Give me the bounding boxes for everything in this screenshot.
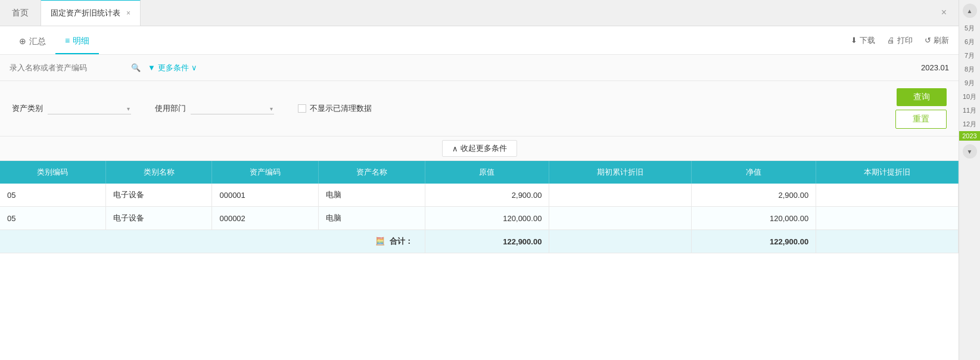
sidebar-nav-down[interactable]: ▼ [963, 141, 977, 162]
cell-original: 2,900.00 [425, 184, 549, 207]
date-indicator: 2023.01 [921, 63, 949, 72]
cell-accumulated [549, 184, 692, 207]
hide-cleared-checkbox[interactable] [298, 104, 306, 113]
cell-asset-name: 电脑 [318, 184, 425, 207]
download-button[interactable]: ⬇ 下载 [851, 35, 875, 46]
table-wrap: 类别编码 类别名称 资产编码 资产名称 原值 期初累计折旧 净值 本期计提折旧 … [0, 161, 959, 360]
sum-icon: 🧮 [375, 237, 385, 246]
scroll-up-button[interactable]: ▲ [963, 4, 977, 18]
hide-cleared-label: 不显示已清理数据 [310, 103, 372, 114]
collapse-icon: ∧ [452, 144, 458, 153]
cell-category-code: 05 [0, 184, 105, 207]
tab-summary-label: 汇总 [29, 28, 46, 54]
department-filter: 使用部门 [155, 103, 274, 114]
total-current [816, 230, 959, 253]
tab-close-icon[interactable]: × [126, 1, 130, 25]
tab-active[interactable]: 固定资产折旧统计表 × [41, 0, 141, 26]
asset-type-select-wrap [48, 103, 131, 114]
asset-type-label: 资产类别 [12, 103, 43, 114]
tab-home[interactable]: 首页 [0, 0, 41, 26]
sidebar-month-item[interactable]: 11月 [963, 104, 976, 117]
refresh-button[interactable]: ↺ 刷新 [925, 35, 949, 46]
tab-summary[interactable]: ⊕ 汇总 [10, 28, 55, 54]
download-label: 下载 [860, 35, 875, 46]
sidebar-months: 5月6月7月8月9月10月11月12月 [963, 21, 976, 131]
refresh-icon: ↺ [925, 36, 931, 45]
asset-type-filter: 资产类别 [12, 103, 131, 114]
cell-accumulated [549, 207, 692, 230]
filter-icon: ▼ [148, 63, 155, 72]
total-net: 122,900.00 [692, 230, 816, 253]
collapse-button[interactable]: ∧ 收起更多条件 [442, 140, 517, 157]
department-label: 使用部门 [155, 103, 186, 114]
department-select[interactable] [191, 103, 274, 114]
search-input[interactable] [10, 63, 129, 72]
sidebar-month-item[interactable]: 8月 [963, 63, 976, 76]
filter-actions: 查询 重置 [895, 88, 947, 129]
collapse-label: 收起更多条件 [461, 143, 507, 154]
cell-asset-code: 000001 [212, 184, 319, 207]
reset-button[interactable]: 重置 [895, 110, 947, 129]
cell-net: 2,900.00 [692, 184, 816, 207]
cell-current [816, 184, 959, 207]
sub-tabs: ⊕ 汇总 ≡ 明细 [10, 26, 99, 54]
col-header-accumulated: 期初累计折旧 [549, 161, 692, 184]
tab-detail[interactable]: ≡ 明细 [55, 28, 99, 54]
detail-icon: ≡ [65, 27, 70, 54]
print-icon: 🖨 [887, 36, 895, 45]
refresh-label: 刷新 [934, 35, 949, 46]
download-icon: ⬇ [851, 36, 857, 45]
sidebar-year-badge: 2023 [959, 131, 980, 141]
search-icon[interactable]: 🔍 [131, 63, 141, 72]
sub-tab-bar: ⊕ 汇总 ≡ 明细 ⬇ 下载 🖨 打印 ↺ 刷新 [0, 26, 959, 55]
more-conditions-label: 更多条件 [158, 63, 189, 73]
right-sidebar: ▲ 5月6月7月8月9月10月11月12月 2023 ▼ [959, 0, 980, 360]
sidebar-month-item[interactable]: 6月 [963, 35, 976, 49]
sidebar-month-item[interactable]: 5月 [963, 21, 976, 35]
cell-category-name: 电子设备 [105, 184, 212, 207]
cell-asset-code: 000002 [212, 207, 319, 230]
col-header-original: 原值 [425, 161, 549, 184]
tab-active-label: 固定资产折旧统计表 [51, 1, 120, 25]
more-conditions-button[interactable]: ▼ 更多条件 ∨ [148, 63, 197, 73]
hide-cleared-checkbox-item[interactable]: 不显示已清理数据 [298, 103, 372, 114]
col-header-current: 本期计提折旧 [816, 161, 959, 184]
data-table: 类别编码 类别名称 资产编码 资产名称 原值 期初累计折旧 净值 本期计提折旧 … [0, 161, 959, 253]
cell-current [816, 207, 959, 230]
table-total-row: 🧮 合计： 122,900.00 122,900.00 [0, 230, 959, 253]
total-label-cell: 🧮 合计： [0, 230, 425, 253]
chevron-down-icon: ∨ [191, 63, 197, 72]
scroll-down-button[interactable]: ▼ [963, 144, 977, 159]
col-header-category-name: 类别名称 [105, 161, 212, 184]
cell-category-code: 05 [0, 207, 105, 230]
table-header-row: 类别编码 类别名称 资产编码 资产名称 原值 期初累计折旧 净值 本期计提折旧 [0, 161, 959, 184]
col-header-asset-code: 资产编码 [212, 161, 319, 184]
summary-icon: ⊕ [19, 28, 26, 54]
print-button[interactable]: 🖨 打印 [887, 35, 913, 46]
total-accumulated [549, 230, 692, 253]
action-buttons: ⬇ 下载 🖨 打印 ↺ 刷新 [851, 35, 949, 46]
sidebar-nav-up[interactable]: ▲ [963, 0, 977, 21]
asset-type-select[interactable] [48, 103, 131, 114]
sidebar-month-item[interactable]: 9月 [963, 76, 976, 90]
print-label: 打印 [897, 35, 913, 46]
col-header-asset-name: 资产名称 [318, 161, 425, 184]
table-row: 05 电子设备 000001 电脑 2,900.00 2,900.00 [0, 184, 959, 207]
window-close-button[interactable]: × [929, 0, 959, 26]
table-row: 05 电子设备 000002 电脑 120,000.00 120,000.00 [0, 207, 959, 230]
sidebar-month-item[interactable]: 12月 [963, 117, 976, 131]
tab-bar: 首页 固定资产折旧统计表 × × [0, 0, 959, 26]
filter-area: 资产类别 使用部门 不显示已清理数据 查询 重置 [0, 81, 959, 136]
cell-category-name: 电子设备 [105, 207, 212, 230]
department-select-wrap [191, 103, 274, 114]
total-original: 122,900.00 [425, 230, 549, 253]
cell-net: 120,000.00 [692, 207, 816, 230]
sidebar-month-item[interactable]: 7月 [963, 49, 976, 63]
query-button[interactable]: 查询 [897, 88, 947, 106]
col-header-category-code: 类别编码 [0, 161, 105, 184]
collapse-row: ∧ 收起更多条件 [0, 136, 959, 161]
sidebar-month-item[interactable]: 10月 [963, 90, 976, 104]
tab-detail-label: 明细 [73, 27, 89, 54]
col-header-net: 净值 [692, 161, 816, 184]
cell-asset-name: 电脑 [318, 207, 425, 230]
